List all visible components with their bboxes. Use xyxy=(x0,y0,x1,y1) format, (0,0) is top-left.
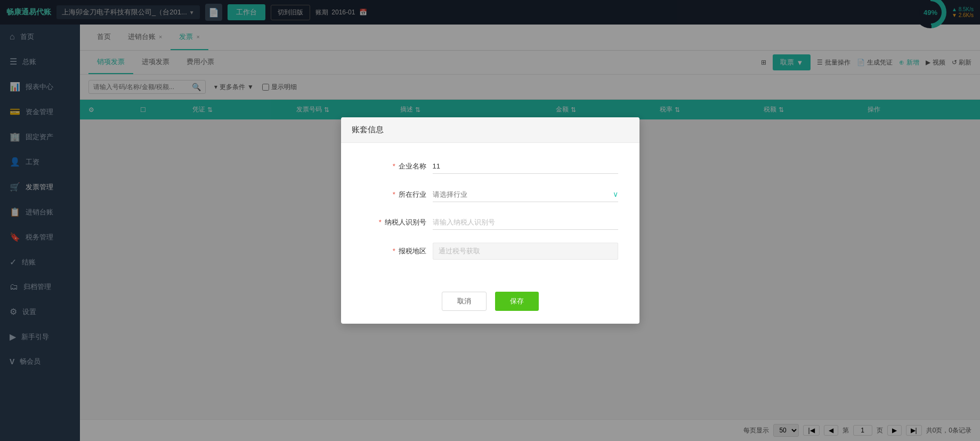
save-button[interactable]: 保存 xyxy=(495,292,539,311)
industry-row: * 所在行业 ∨ xyxy=(362,187,618,202)
tax-region-readonly: 通过税号获取 xyxy=(433,243,618,260)
dialog-title: 账套信息 xyxy=(352,125,384,134)
cancel-button[interactable]: 取消 xyxy=(442,292,487,311)
dialog-footer: 取消 保存 xyxy=(341,283,639,324)
tax-region-label: * 报税地区 xyxy=(362,246,426,256)
required-mark: * xyxy=(393,162,395,170)
account-info-dialog: 账套信息 * 企业名称 * 所在行业 ∨ xyxy=(341,117,639,324)
industry-label: * 所在行业 xyxy=(362,190,426,199)
tax-id-label: * 纳税人识别号 xyxy=(362,218,426,227)
industry-select[interactable]: ∨ xyxy=(433,187,618,202)
dialog-header: 账套信息 xyxy=(341,117,639,143)
company-name-label: * 企业名称 xyxy=(362,162,426,171)
chevron-down-icon: ∨ xyxy=(613,190,618,198)
tax-id-row: * 纳税人识别号 xyxy=(362,215,618,230)
required-mark: * xyxy=(379,218,382,226)
required-mark: * xyxy=(393,190,395,198)
tax-region-row: * 报税地区 通过税号获取 xyxy=(362,243,618,260)
modal-overlay: 账套信息 * 企业名称 * 所在行业 ∨ xyxy=(0,0,980,441)
industry-input[interactable] xyxy=(433,190,613,198)
company-name-input[interactable] xyxy=(433,159,618,174)
tax-id-input[interactable] xyxy=(433,215,618,230)
required-mark: * xyxy=(393,247,395,255)
tax-region-placeholder: 通过税号获取 xyxy=(439,247,480,255)
company-name-row: * 企业名称 xyxy=(362,159,618,174)
dialog-body: * 企业名称 * 所在行业 ∨ * 纳税人识 xyxy=(341,143,639,283)
